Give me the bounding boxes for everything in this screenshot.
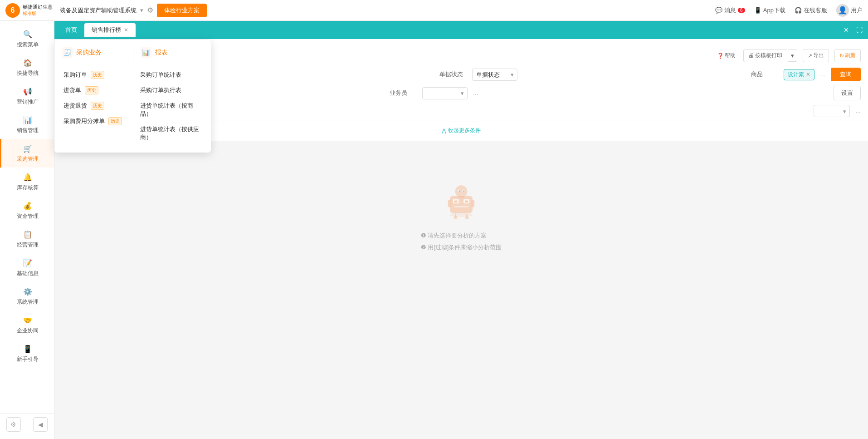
refresh-btn[interactable]: ↻ 刷新 <box>834 49 861 62</box>
print-btn[interactable]: 🖨 按模板打印 <box>743 49 787 62</box>
export-btn[interactable]: ↗ 导出 <box>803 49 829 62</box>
dropdown-item-goods-return[interactable]: 进货退货 历史 <box>62 98 133 113</box>
sidebar-item-guide[interactable]: 📱 新手引导 <box>0 339 54 368</box>
settings-btn[interactable]: 设置 <box>834 86 861 100</box>
salesman-more[interactable]: … <box>473 90 478 96</box>
customer-select-wrapper <box>814 105 850 117</box>
goods-tag-remove[interactable]: ✕ <box>806 71 810 78</box>
purchase-order-exec-label: 采购订单执行表 <box>140 86 181 94</box>
clipboard-icon: 📋 <box>23 229 33 239</box>
sidebar-item-operations[interactable]: 📋 经营管理 <box>0 225 54 253</box>
print-dropdown-btn[interactable]: ▾ <box>788 49 797 62</box>
goods-receipt-label: 进货单 <box>63 86 81 94</box>
tab-fullscreen-btn[interactable]: ⛶ <box>854 25 864 35</box>
collapse-btn[interactable]: ⋀ 收起更多条件 <box>434 125 488 136</box>
goods-tag-text: 设计素 <box>788 71 804 79</box>
tab-bar-actions: ✕ ⛶ <box>842 25 864 35</box>
search-icon: 🔍 <box>23 29 33 39</box>
user-btn[interactable]: 👤 用户 <box>836 4 863 17</box>
sidebar-bottom: ⚙ ◀ <box>0 413 54 435</box>
goods-label: 商品 <box>751 70 778 79</box>
chart-icon: 📊 <box>23 115 33 125</box>
dropdown-item-goods-stats-by-goods[interactable]: 进货单统计表（按商品） <box>133 98 204 122</box>
purchase-order-label: 采购订单 <box>63 71 87 79</box>
dropdown-item-purchase-expense[interactable]: 采购费用分摊单 历史 <box>62 113 133 129</box>
export-icon: ↗ <box>808 53 812 59</box>
dropdown-item-goods-stats-by-supplier[interactable]: 进货单统计表（按供应商） <box>133 122 204 145</box>
sidebar-item-sales[interactable]: 📊 销售管理 <box>0 110 54 139</box>
purchase-order-stats-label: 采购订单统计表 <box>140 71 181 79</box>
user-label: 用户 <box>851 6 863 15</box>
customer-more[interactable]: … <box>855 108 861 114</box>
sidebar-item-navigation[interactable]: 🏠 快捷导航 <box>0 53 54 82</box>
money-icon: 💰 <box>23 201 33 211</box>
industry-btn[interactable]: 体验行业方案 <box>157 4 207 17</box>
empty-tip-1: ❶ 请先选择要分析的方案 <box>421 230 502 242</box>
purchase-col-icon: 🧾 <box>62 47 73 58</box>
help-btn[interactable]: ❓ 帮助 <box>715 49 738 62</box>
system-dropdown-icon[interactable]: ▾ <box>140 7 143 14</box>
cart-icon: 🛒 <box>23 143 33 153</box>
sidebar-settings-btn[interactable]: ⚙ <box>6 417 21 432</box>
report-col-icon: 📊 <box>141 47 151 58</box>
goods-more[interactable]: … <box>820 71 825 78</box>
sidebar-item-purchase[interactable]: 🛒 采购管理 <box>0 139 54 168</box>
refresh-icon: ↻ <box>839 53 844 59</box>
svg-rect-4 <box>454 201 458 202</box>
sidebar-item-inventory[interactable]: 🔔 库存核算 <box>0 168 54 196</box>
sidebar-item-enterprise[interactable]: 🤝 企业协同 <box>0 311 54 339</box>
purchase-col-title: 采购业务 <box>76 49 102 57</box>
history-tag-2: 历史 <box>91 102 104 110</box>
dropdown-item-purchase-order[interactable]: 采购订单 历史 <box>62 67 133 83</box>
query-btn[interactable]: 查询 <box>831 68 861 81</box>
voucher-status-select-wrapper: 单据状态 <box>472 69 517 81</box>
guide-icon: 📱 <box>23 344 33 354</box>
sidebar-label-sales: 销售管理 <box>17 127 39 134</box>
print-label: 按模板打印 <box>755 52 782 59</box>
sidebar-label-finance: 资金管理 <box>17 212 39 220</box>
sidebar-item-basic-info[interactable]: 📝 基础信息 <box>0 253 54 282</box>
print-btn-group: 🖨 按模板打印 ▾ <box>743 49 797 62</box>
headset-icon: 🎧 <box>795 7 802 14</box>
sidebar-collapse-btn[interactable]: ◀ <box>33 417 48 432</box>
svg-rect-10 <box>458 196 464 198</box>
bar-chart-icon: 📊 <box>142 49 150 56</box>
salesman-select[interactable] <box>422 87 468 99</box>
voucher-status-label: 单据状态 <box>439 70 467 79</box>
home-icon: 🏠 <box>23 58 33 68</box>
customer-select[interactable] <box>814 105 850 117</box>
sidebar-item-search[interactable]: 🔍 搜索菜单 <box>0 25 54 53</box>
dropdown-item-goods-receipt[interactable]: 进货单 历史 <box>62 83 133 98</box>
dropdown-item-purchase-order-stats[interactable]: 采购订单统计表 <box>133 67 204 83</box>
tab-home[interactable]: 首页 <box>58 23 84 37</box>
sidebar-label-operations: 经营管理 <box>17 241 39 249</box>
tab-sales-ranking[interactable]: 销售排行榜 ✕ <box>84 23 136 37</box>
sidebar-item-finance[interactable]: 💰 资金管理 <box>0 196 54 225</box>
content-area: 首页 销售排行榜 ✕ ✕ ⛶ ❓ 帮助 <box>54 21 868 439</box>
message-btn[interactable]: 💬 消息 6 <box>715 6 745 15</box>
dropdown-menu: 🧾 采购业务 采购订单 历史 进货单 历史 进货退货 历史 <box>54 40 211 153</box>
sidebar-item-marketing[interactable]: 📢 营销推广 <box>0 82 54 110</box>
question-icon: ❓ <box>717 53 724 59</box>
empty-state: ❶ 请先选择要分析的方案 ❷ 用[过滤]条件来缩小分析范围 <box>54 141 868 290</box>
settings-icon[interactable]: ⚙ <box>147 6 153 15</box>
svg-rect-1 <box>450 196 473 213</box>
voucher-status-select[interactable]: 单据状态 <box>472 69 517 81</box>
dropdown-report-col: 📊 报表 采购订单统计表 采购订单执行表 进货单统计表（按商品） 进货单统 <box>133 47 204 145</box>
main-layout: 🔍 搜索菜单 🏠 快捷导航 📢 营销推广 📊 销售管理 🛒 采购管理 🔔 库存核… <box>0 21 868 439</box>
online-service-btn[interactable]: 🎧 在线客服 <box>795 6 827 15</box>
tab-close-icon[interactable]: ✕ <box>124 27 128 33</box>
logo-icon: 6 <box>5 3 20 18</box>
salesman-label: 业务员 <box>390 89 417 97</box>
goods-stats-by-supplier-label: 进货单统计表（按供应商） <box>140 125 202 142</box>
app-download-btn[interactable]: 📱 App下载 <box>754 6 785 15</box>
report-col-title: 报表 <box>155 49 168 57</box>
sidebar-label-search: 搜索菜单 <box>17 41 39 49</box>
tab-close-all-btn[interactable]: ✕ <box>842 25 851 35</box>
sidebar: 🔍 搜索菜单 🏠 快捷导航 📢 营销推广 📊 销售管理 🛒 采购管理 🔔 库存核… <box>0 21 54 439</box>
dropdown-item-purchase-order-exec[interactable]: 采购订单执行表 <box>133 83 204 98</box>
svg-point-9 <box>455 185 468 197</box>
sidebar-item-system[interactable]: ⚙️ 系统管理 <box>0 282 54 311</box>
svg-point-0 <box>450 212 473 217</box>
system-title: 装备及固定资产辅助管理系统 <box>60 6 137 15</box>
